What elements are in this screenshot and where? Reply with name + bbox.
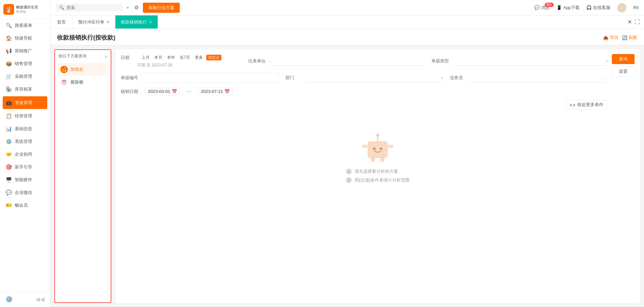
doctype-label: 单据类型 [431,58,449,64]
sidebar-item-hardware[interactable]: 🖥️ 智能硬件 [0,173,50,186]
sidebar-item-search[interactable]: 🔍 搜索菜单 [0,19,50,32]
home-icon: 🏠 [5,35,12,41]
query-field-staff: 业务员 ··· [450,73,608,83]
message-badge: 99+ [545,3,554,7]
receipt-icon: 💰 [60,66,68,73]
date-shortcuts: 上月 本月 本年 近7天 更多 自定义 [140,54,221,61]
sidebar-item-operations[interactable]: 📋 经营管理 [0,110,50,122]
sidebar-item-wechat[interactable]: 💬 企业微信 [0,186,50,199]
query-row-1: 日期 上月 本月 本年 近7天 更多 自定义 [121,54,608,68]
tab-verify[interactable]: 收款核销执行 ✕ [115,15,158,29]
finance-icon: 💼 [5,100,12,106]
content-body: 按以下方案查询 » 💰 按收款 ⏰ 按应收 [50,45,644,307]
export-icon: 📤 [603,35,608,40]
partner-dots: ··· [268,58,272,64]
docno-label: 单据编号 [121,75,138,81]
date-btn-more[interactable]: 更多 [194,54,204,61]
marketing-icon: 📢 [5,48,12,54]
customer-service-button[interactable]: 🎧 在线客服 [586,5,610,11]
query-row-2: 单据编号 部门 ▾ [121,73,608,83]
tab-home[interactable]: 首页 [50,15,73,29]
filter-collapse-icon[interactable]: » [105,54,107,59]
tab-prepay[interactable]: 预付冲应付单 ✕ [73,15,115,29]
solution-button[interactable]: 体验行业方案 [143,3,180,13]
empty-tip-1: 1 请先选择要分析的方案 [346,168,409,174]
svg-point-2 [373,147,376,151]
sidebar-item-label: 营销推广 [15,48,32,54]
svg-point-3 [379,147,383,151]
tab-verify-close-icon[interactable]: ✕ [149,20,152,24]
topbar-search-box[interactable]: 🔍 [56,4,123,11]
query-button[interactable]: 查询 [612,54,635,64]
collapse-more-button[interactable]: ∧∧ 收起更多条件 [565,100,608,109]
refresh-button[interactable]: 🔄 刷新 [622,35,637,41]
tab-actions: ✕ ⛶ [624,15,644,29]
sales-icon: 📦 [5,61,12,67]
filter-panel: 按以下方案查询 » 💰 按收款 ⏰ 按应收 [54,49,111,303]
dept-select[interactable]: ▾ [305,73,443,83]
tab-close-all-button[interactable]: ✕ [628,19,632,25]
verif-end-calendar-icon: 📅 [224,89,230,94]
app-download-button[interactable]: 📱 App下载 [556,5,580,11]
tab-prepay-label: 预付冲应付单 [78,19,104,25]
inventory-icon: 🏪 [5,86,12,92]
topbar-search-input[interactable] [66,5,107,10]
date-btn-last-month[interactable]: 上月 [140,54,151,61]
sidebar-item-label: 系统管理 [15,139,32,145]
settings-button[interactable]: 设置 [612,66,635,77]
message-button[interactable]: 💬 消息 99+ [534,5,550,11]
sidebar-item-label: 资金管理 [15,100,32,106]
date-btn-this-month[interactable]: 本月 [153,54,164,61]
query-field-doctype: 单据类型 ▾ [431,56,608,66]
sidebar-item-label: 搜索菜单 [15,22,32,29]
sidebar-item-purchase[interactable]: 🛒 采购管理 [0,70,50,83]
filter-item-by-receipt[interactable]: 💰 按收款 [58,63,107,76]
collapse-label: 收起更多条件 [577,102,603,108]
sidebar-item-marketing[interactable]: 📢 营销推广 [0,45,50,57]
query-area: 日期 上月 本月 本年 近7天 更多 自定义 [115,49,640,303]
sidebar-item-label: 智能硬件 [15,177,32,183]
svg-rect-8 [362,145,368,148]
sidebar-item-sales[interactable]: 📦 销售管理 [0,57,50,70]
topbar-gear-icon[interactable]: ⚙ [134,4,139,11]
receivable-icon: ⏰ [60,79,68,86]
sidebar-item-basic[interactable]: 📊 基础信息 [0,122,50,135]
sidebar-item-label: 销售管理 [15,61,32,67]
sidebar-collapse-icon[interactable]: ◀◀ [35,296,45,303]
logo-icon: 🐰 [3,4,14,15]
page-header: 收款核销执行(按收款) 📤 导出 🔄 刷新 [50,29,644,45]
date-custom-badge[interactable]: 自定义 [206,55,221,60]
filter-item-by-receivable[interactable]: ⏰ 按应收 [58,76,107,89]
tab-home-label: 首页 [57,19,66,25]
settings-gear-icon[interactable]: ⚙️ [5,296,13,303]
sidebar: 🐰 畅捷通好生意 标准版 🔍 搜索菜单 🏠 快捷导航 📢 营销推广 📦 销售管理… [0,0,50,307]
main-area: 🔍 ▾ ⚙ 体验行业方案 💬 消息 99+ 📱 App下载 🎧 在线客服 Rit [50,0,644,307]
member-icon: 🎫 [5,202,12,208]
sidebar-item-enterprise[interactable]: 🤝 企业协同 [0,148,50,161]
date-btn-7days[interactable]: 近7天 [178,54,192,61]
sidebar-item-finance[interactable]: 💼 资金管理 [3,96,47,109]
guide-icon: 🎯 [5,164,12,170]
sidebar-item-guide[interactable]: 🎯 新手引导 [0,161,50,173]
verif-date-label: 核销日期 [121,89,138,95]
date-btn-this-year[interactable]: 本年 [166,54,176,61]
docno-input[interactable] [141,73,279,83]
sidebar-item-member[interactable]: 🎫 畅会员 [0,199,50,212]
partner-select[interactable]: ··· [268,56,425,66]
svg-rect-1 [369,143,386,156]
filter-item-receipt-label: 按收款 [70,66,84,72]
sidebar-item-inventory[interactable]: 🏪 库存核算 [0,83,50,96]
export-button[interactable]: 📤 导出 [603,35,619,41]
empty-tips: 1 请先选择要分析的方案 2 用[过滤]条件来缩小分析范围 [346,168,409,183]
tab-expand-button[interactable]: ⛶ [635,19,640,25]
tab-prepay-close-icon[interactable]: ✕ [106,20,110,24]
topbar-chevron-icon[interactable]: ▾ [127,5,129,10]
staff-select[interactable]: ··· [469,73,608,83]
verif-end-date[interactable]: 2023-07-21 📅 [198,88,233,95]
sidebar-item-quicknav[interactable]: 🏠 快捷导航 [0,32,50,45]
logo-area: 🐰 畅捷通好生意 标准版 [0,0,50,19]
verif-start-date[interactable]: 2023-03-01 📅 [145,88,180,95]
doctype-select[interactable]: ▾ [451,56,608,66]
sidebar-item-system[interactable]: ⚙️ 系统管理 [0,135,50,148]
sidebar-bottom: ⚙️ ◀◀ [0,291,50,307]
